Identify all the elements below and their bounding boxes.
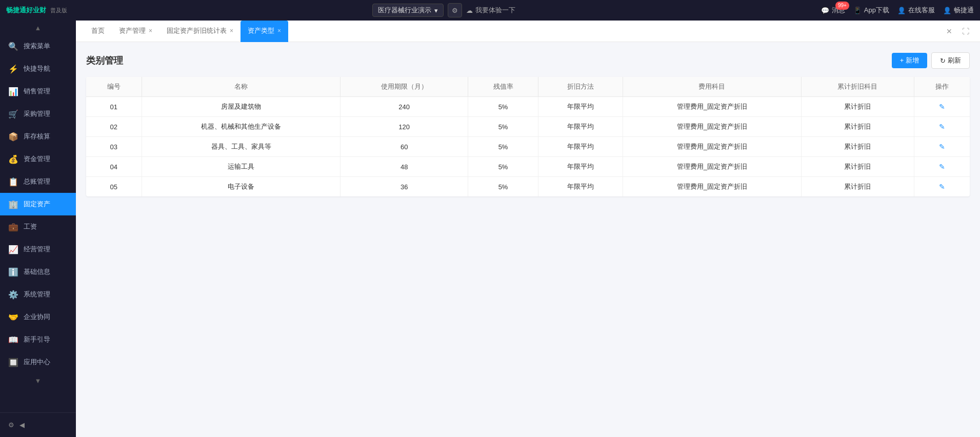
sidebar-collapse-button[interactable]: ◀ [19,421,25,429]
sidebar-item-app-center[interactable]: 🔲 应用中心 [0,351,76,373]
sidebar-item-operations[interactable]: 📈 经营管理 [0,238,76,261]
col-expense: 费用科目 [623,77,802,97]
funds-icon: 💰 [8,154,18,164]
cell-method-2: 年限平均 [538,137,623,157]
sidebar-settings-button[interactable]: ⚙ ◀ [0,417,76,433]
app-download-button[interactable]: 📱 App下载 [853,6,889,15]
sidebar-label-inventory: 库存核算 [24,132,50,141]
app-logo: 畅捷通好业财 [6,6,46,15]
cell-period-0: 240 [341,97,468,117]
page-header: 类别管理 + 新增 ↻ 刷新 [86,52,970,69]
sidebar-item-payroll[interactable]: 💼 工资 [0,215,76,238]
sidebar-item-basic-info[interactable]: ℹ️ 基础信息 [0,261,76,283]
message-button[interactable]: 💬 消息 99+ [821,6,845,15]
cell-expense-0: 管理费用_固定资产折旧 [623,97,802,117]
sidebar-label-ledger: 总账管理 [24,177,50,186]
sidebar-label-purchase: 采购管理 [24,109,50,118]
user-button[interactable]: 👤 畅捷通 [943,6,974,15]
tab-asset-mgmt[interactable]: 资产管理 × [112,21,159,42]
payroll-icon: 💼 [8,222,18,232]
tab-asset-type-close[interactable]: × [277,27,281,34]
edit-button-2[interactable]: ✎ [939,143,945,151]
sidebar-label-sales: 销售管理 [24,87,50,96]
sidebar-item-search[interactable]: 🔍 搜索菜单 [0,35,76,57]
tab-asset-type[interactable]: 资产类型 × [241,21,288,42]
tab-depreciation-close[interactable]: × [230,27,233,34]
sidebar-item-fixed-assets[interactable]: 🏢 固定资产 [0,193,76,215]
edit-button-4[interactable]: ✎ [939,183,945,191]
tab-expand-button[interactable]: ⛶ [959,25,972,37]
cell-period-3: 48 [341,157,468,177]
cell-method-0: 年限平均 [538,97,623,117]
col-name: 名称 [142,77,341,97]
table-row: 05 电子设备 36 5% 年限平均 管理费用_固定资产折旧 累计折旧 ✎ [86,177,970,197]
sidebar-scroll-down[interactable]: ▼ [0,373,76,388]
chevron-down-icon: ▾ [434,7,438,14]
online-service-button[interactable]: 👤 在线客服 [897,6,935,15]
cell-expense-2: 管理费用_固定资产折旧 [623,137,802,157]
sidebar-item-enterprise[interactable]: 🤝 企业协同 [0,306,76,328]
refresh-button[interactable]: ↻ 刷新 [931,52,970,69]
quick-nav-icon: ⚡ [8,64,18,74]
col-period: 使用期限（月） [341,77,468,97]
company-selector[interactable]: 医疗器械行业演示 ▾ [372,4,444,17]
inventory-icon: 📦 [8,131,18,142]
sidebar-scroll-up[interactable]: ▲ [0,21,76,35]
basic-info-icon: ℹ️ [8,267,18,277]
edit-button-1[interactable]: ✎ [939,123,945,131]
sidebar-item-ledger[interactable]: 📋 总账管理 [0,170,76,193]
sidebar-label-search: 搜索菜单 [24,42,50,51]
sidebar-item-system[interactable]: ⚙️ 系统管理 [0,283,76,306]
edit-button-3[interactable]: ✎ [939,163,945,171]
category-table: 编号 名称 使用期限（月） 残值率 折旧方法 费用科目 累计折旧科目 操作 01… [86,77,970,196]
sidebar-label-enterprise: 企业协同 [24,312,50,322]
cell-action-0: ✎ [914,97,970,117]
cell-expense-1: 管理费用_固定资产折旧 [623,117,802,137]
cell-residual-0: 5% [468,97,538,117]
sidebar-item-funds[interactable]: 💰 资金管理 [0,148,76,170]
cell-residual-1: 5% [468,117,538,137]
table-row: 03 器具、工具、家具等 60 5% 年限平均 管理费用_固定资产折旧 累计折旧… [86,137,970,157]
tabs-actions: ✕ ⛶ [943,25,972,37]
settings-button[interactable]: ⚙ [448,3,462,17]
tab-close-button[interactable]: ✕ [943,25,955,37]
experience-button[interactable]: ☁ 我要体验一下 [466,6,515,15]
cell-accum-1: 累计折旧 [801,117,914,137]
sidebar-item-quick-nav[interactable]: ⚡ 快捷导航 [0,57,76,80]
sidebar-item-guide[interactable]: 📖 新手引导 [0,328,76,351]
col-method: 折旧方法 [538,77,623,97]
tab-asset-mgmt-close[interactable]: × [149,27,152,34]
sidebar-bottom: ⚙ ◀ [0,412,76,437]
sidebar-item-purchase[interactable]: 🛒 采购管理 [0,103,76,125]
sidebar-label-payroll: 工资 [24,222,37,231]
sidebar-item-sales[interactable]: 📊 销售管理 [0,80,76,103]
sidebar: ▲ 🔍 搜索菜单 ⚡ 快捷导航 📊 销售管理 🛒 采购管理 📦 库存核算 💰 资… [0,21,76,437]
tab-home-label: 首页 [91,26,105,35]
cell-name-2: 器具、工具、家具等 [142,137,341,157]
add-button[interactable]: + 新增 [892,53,927,68]
user-name: 畅捷通 [954,6,974,15]
cell-residual-2: 5% [468,137,538,157]
edit-button-0[interactable]: ✎ [939,103,945,111]
col-action: 操作 [914,77,970,97]
tab-depreciation-label: 固定资产折旧统计表 [167,26,227,35]
sidebar-gear-icon: ⚙ [8,421,14,429]
cell-residual-4: 5% [468,177,538,197]
app-branding: 畅捷通好业财 普及版 [6,6,67,15]
tab-depreciation-table[interactable]: 固定资产折旧统计表 × [159,21,241,42]
operations-icon: 📈 [8,244,18,254]
search-icon: 🔍 [8,41,18,51]
tab-home[interactable]: 首页 [84,21,112,42]
page-actions: + 新增 ↻ 刷新 [892,52,970,69]
sidebar-label-basic-info: 基础信息 [24,267,50,276]
sidebar-label-app-center: 应用中心 [24,357,50,367]
cell-residual-3: 5% [468,157,538,177]
cell-accum-0: 累计折旧 [801,97,914,117]
message-badge: 99+ [835,2,849,10]
sidebar-item-inventory[interactable]: 📦 库存核算 [0,125,76,148]
cell-code-2: 03 [86,137,142,157]
table-body: 01 房屋及建筑物 240 5% 年限平均 管理费用_固定资产折旧 累计折旧 ✎… [86,97,970,197]
col-code: 编号 [86,77,142,97]
sidebar-label-quick-nav: 快捷导航 [24,64,50,73]
refresh-icon: ↻ [940,57,946,65]
